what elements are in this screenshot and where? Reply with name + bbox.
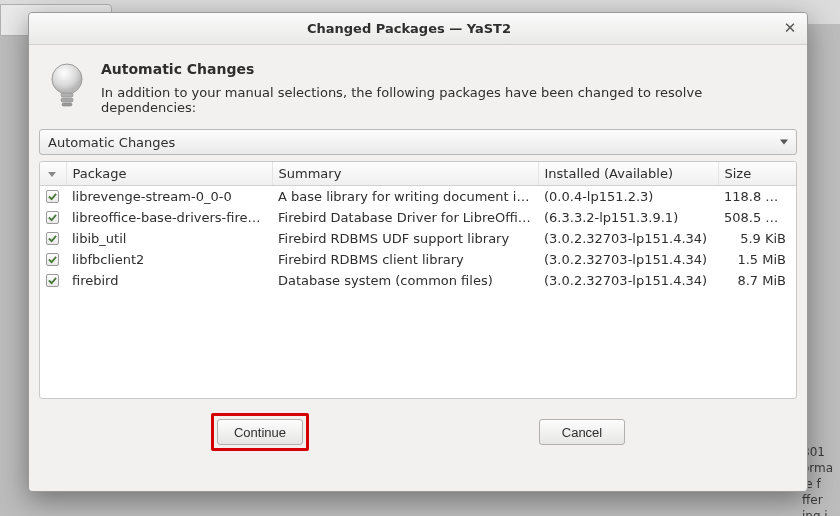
table-row[interactable]: librevenge-stream-0_0-0A base library fo…	[40, 186, 796, 208]
cell-package: libreoffice-base-drivers-firebi...	[66, 207, 272, 228]
dialog-subtext: In addition to your manual selections, t…	[101, 85, 789, 115]
continue-button[interactable]: Continue	[217, 419, 303, 445]
packages-table: Package Summary Installed (Available) Si…	[40, 162, 796, 291]
cell-summary: Firebird Database Driver for LibreOffice	[272, 207, 538, 228]
chevron-down-icon	[780, 140, 788, 145]
install-checkbox[interactable]	[46, 232, 59, 245]
svg-point-0	[52, 64, 82, 94]
cell-size: 8.7 MiB	[718, 270, 796, 291]
column-installed[interactable]: Installed (Available)	[538, 162, 718, 186]
dialog-heading: Automatic Changes	[101, 61, 789, 77]
table-row[interactable]: libreoffice-base-drivers-firebi...Firebi…	[40, 207, 796, 228]
cell-summary: Firebird RDBMS client library	[272, 249, 538, 270]
titlebar: Changed Packages — YaST2 ✕	[29, 13, 807, 45]
table-row[interactable]: libib_utilFirebird RDBMS UDF support lib…	[40, 228, 796, 249]
cell-size: 1.5 MiB	[718, 249, 796, 270]
packages-table-wrapper: Package Summary Installed (Available) Si…	[39, 161, 797, 399]
cell-version: (6.3.3.2-lp151.3.9.1)	[538, 207, 718, 228]
cancel-button[interactable]: Cancel	[539, 419, 625, 445]
cell-size: 5.9 KiB	[718, 228, 796, 249]
cell-size: 118.8 KiB	[718, 186, 796, 208]
close-icon[interactable]: ✕	[781, 20, 799, 38]
cell-package: libfbclient2	[66, 249, 272, 270]
svg-rect-3	[62, 103, 72, 106]
column-summary[interactable]: Summary	[272, 162, 538, 186]
install-checkbox[interactable]	[46, 253, 59, 266]
lightbulb-icon	[47, 61, 87, 113]
cell-version: (0.0.4-lp151.2.3)	[538, 186, 718, 208]
window-title: Changed Packages — YaST2	[37, 21, 781, 36]
cell-version: (3.0.2.32703-lp151.4.34)	[538, 228, 718, 249]
cell-package: libib_util	[66, 228, 272, 249]
table-row[interactable]: libfbclient2Firebird RDBMS client librar…	[40, 249, 796, 270]
cell-version: (3.0.2.32703-lp151.4.34)	[538, 249, 718, 270]
dialog-header: Automatic Changes In addition to your ma…	[29, 45, 807, 123]
cell-summary: Database system (common files)	[272, 270, 538, 291]
column-checkbox[interactable]	[40, 162, 66, 186]
cell-version: (3.0.2.32703-lp151.4.34)	[538, 270, 718, 291]
install-checkbox[interactable]	[46, 190, 59, 203]
svg-rect-1	[61, 93, 73, 97]
column-size[interactable]: Size	[718, 162, 796, 186]
sort-indicator-icon	[48, 172, 56, 177]
cell-summary: Firebird RDBMS UDF support library	[272, 228, 538, 249]
changed-packages-dialog: Changed Packages — YaST2 ✕ Automatic Cha…	[28, 12, 808, 492]
install-checkbox[interactable]	[46, 211, 59, 224]
continue-highlight: Continue	[211, 413, 309, 451]
cell-size: 508.5 KiB	[718, 207, 796, 228]
install-checkbox[interactable]	[46, 274, 59, 287]
table-row[interactable]: firebirdDatabase system (common files)(3…	[40, 270, 796, 291]
section-dropdown[interactable]: Automatic Changes	[39, 129, 797, 155]
button-row: Continue Cancel	[29, 399, 807, 467]
svg-rect-2	[61, 98, 73, 102]
section-dropdown-label: Automatic Changes	[48, 135, 175, 150]
cell-package: librevenge-stream-0_0-0	[66, 186, 272, 208]
cell-summary: A base library for writing document im..…	[272, 186, 538, 208]
column-package[interactable]: Package	[66, 162, 272, 186]
cell-package: firebird	[66, 270, 272, 291]
